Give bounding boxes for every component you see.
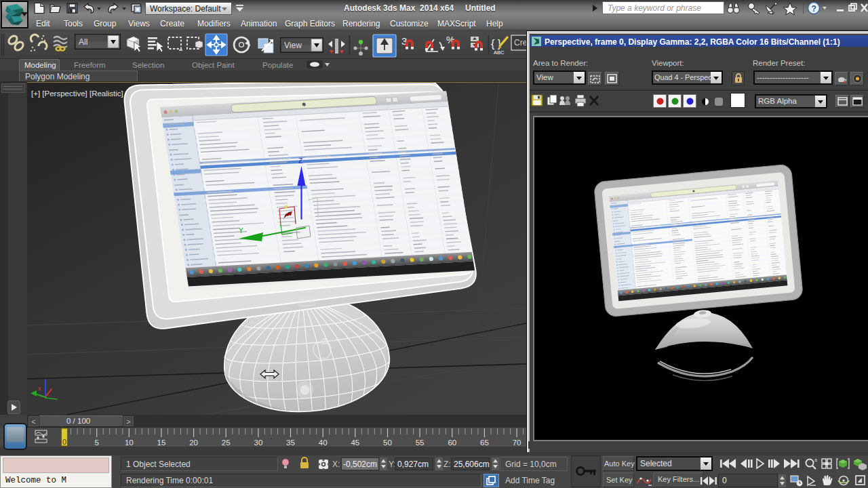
svg-text:0: 0 <box>62 438 66 446</box>
svg-text:70: 70 <box>513 439 521 447</box>
svg-text:Cre: Cre <box>514 38 528 47</box>
svg-text:40: 40 <box>319 439 328 447</box>
svg-text:?: ? <box>812 4 816 14</box>
svg-text:5: 5 <box>94 439 98 447</box>
svg-text:25: 25 <box>222 439 231 447</box>
svg-text:15: 15 <box>157 439 166 447</box>
svg-text:45: 45 <box>351 439 359 447</box>
svg-text:65: 65 <box>480 439 489 447</box>
svg-text:[+] [Perspective] [Realistic]: [+] [Perspective] [Realistic] <box>31 89 123 98</box>
svg-text:±: ± <box>814 457 818 463</box>
svg-text:30: 30 <box>254 439 263 447</box>
svg-text:35: 35 <box>286 439 295 447</box>
svg-text:ABC: ABC <box>494 49 505 56</box>
svg-text:20: 20 <box>189 439 198 447</box>
svg-text:All: All <box>79 37 87 47</box>
svg-text:View: View <box>284 41 302 50</box>
svg-text:60: 60 <box>448 439 456 447</box>
svg-text:x: x <box>38 385 41 392</box>
svg-text:55: 55 <box>416 439 425 447</box>
svg-text:50: 50 <box>383 439 392 447</box>
svg-text:Z: Z <box>298 157 302 165</box>
svg-text:Y: Y <box>239 227 243 235</box>
svg-text:10: 10 <box>125 439 134 447</box>
